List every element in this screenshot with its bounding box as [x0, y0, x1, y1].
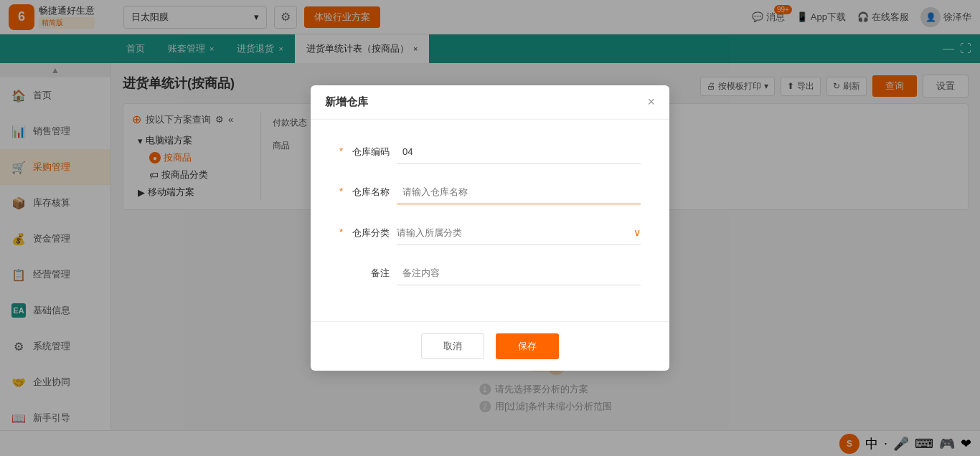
cancel-button[interactable]: 取消	[421, 333, 484, 359]
modal-header: 新增仓库 ×	[311, 85, 669, 120]
warehouse-category-input[interactable]	[397, 220, 633, 244]
warehouse-category-wrap: ∨	[397, 220, 641, 245]
category-chevron-icon: ∨	[633, 227, 641, 238]
modal-new-warehouse: 新增仓库 × 仓库编码 仓库名称 仓库分类 ∨	[311, 85, 669, 371]
form-row-code: 仓库编码	[339, 140, 641, 164]
warehouse-name-input[interactable]	[397, 180, 641, 204]
warehouse-code-label: 仓库编码	[339, 146, 397, 158]
remark-label: 备注	[339, 267, 397, 280]
remark-input[interactable]	[397, 261, 641, 285]
warehouse-category-label: 仓库分类	[339, 227, 397, 239]
form-row-remark: 备注	[339, 261, 641, 285]
form-row-name: 仓库名称	[339, 180, 641, 204]
modal-title: 新增仓库	[325, 95, 368, 109]
modal-footer: 取消 保存	[311, 321, 669, 371]
warehouse-name-label: 仓库名称	[339, 186, 397, 199]
modal-close-icon[interactable]: ×	[647, 95, 655, 110]
warehouse-code-input[interactable]	[397, 140, 641, 164]
form-row-category: 仓库分类 ∨	[339, 220, 641, 245]
save-button[interactable]: 保存	[496, 333, 559, 359]
modal-overlay: 新增仓库 × 仓库编码 仓库名称 仓库分类 ∨	[0, 0, 980, 456]
modal-body: 仓库编码 仓库名称 仓库分类 ∨ 备注	[311, 120, 669, 321]
